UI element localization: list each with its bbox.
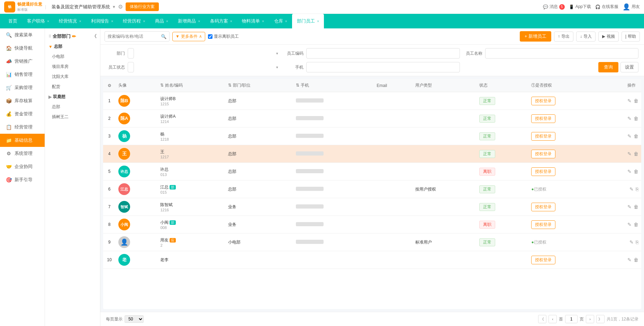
first-page-btn[interactable]: 《 <box>538 315 546 323</box>
sidebar-item-finance[interactable]: 💰 资金管理 <box>0 107 45 121</box>
col-settings[interactable]: ⚙ <box>103 79 116 92</box>
tab-warehouse[interactable]: 仓库× <box>269 14 292 28</box>
auth-btn[interactable]: 授权登录 <box>531 220 555 229</box>
export-btn[interactable]: ↑ 导出 <box>554 32 573 42</box>
tab-barcode[interactable]: 条码方案× <box>205 14 237 28</box>
search-input[interactable] <box>108 34 160 39</box>
reset-btn[interactable]: 设置 <box>620 62 638 72</box>
prev-page-btn[interactable]: ‹ <box>548 315 557 323</box>
delete-icon[interactable]: 🗑 <box>634 169 638 174</box>
dept-item-peihuo[interactable]: 配货 <box>45 82 100 92</box>
query-btn[interactable]: 查询 <box>598 62 618 72</box>
tab-customer[interactable]: 客户联络× <box>22 14 54 28</box>
page-number-input[interactable] <box>565 315 578 323</box>
sidebar-item-collab[interactable]: 🤝 企业协同 <box>0 160 45 173</box>
auth-btn[interactable]: 授权登录 <box>531 150 555 158</box>
sidebar-item-inventory[interactable]: 📦 库存核算 <box>0 94 45 107</box>
dept-select[interactable] <box>128 48 134 59</box>
edit-icon[interactable]: ✎ <box>627 98 632 104</box>
dept-group-zongbu[interactable]: ▼ 总部 <box>45 42 100 52</box>
close-icon[interactable]: × <box>230 19 232 23</box>
tab-profit[interactable]: 利润报告× <box>86 14 118 28</box>
sidebar-item-base[interactable]: 📁 基础信息 <box>0 134 45 147</box>
status-select[interactable] <box>128 62 134 72</box>
dept-item-chashuwang[interactable]: 插树王二 <box>45 112 100 122</box>
delete-icon[interactable]: 🗑 <box>634 257 638 263</box>
delete-icon[interactable]: 🗑 <box>634 222 638 227</box>
auth-btn[interactable]: 授权登录 <box>531 203 555 211</box>
sidebar-item-guide[interactable]: 🎯 新手引导 <box>0 173 45 186</box>
dept-group-shuanglu[interactable]: ▶ 双鹿想 <box>45 92 100 102</box>
search-icon[interactable]: 🔍 <box>161 34 166 39</box>
auth-btn[interactable]: 授权登录 <box>531 114 555 123</box>
emp-code-input[interactable] <box>306 48 460 59</box>
close-icon[interactable]: × <box>262 19 264 23</box>
tab-operation[interactable]: 经营情况× <box>54 14 86 28</box>
close-icon[interactable]: × <box>79 19 81 23</box>
auth-btn[interactable]: 授权登录 <box>531 132 555 141</box>
auth-btn[interactable]: 授权登录 <box>531 97 555 105</box>
online-service-btn[interactable]: 🎧 在线客服 <box>595 4 618 10</box>
dropdown-icon[interactable]: ▾ <box>113 4 115 9</box>
sidebar-item-marketing[interactable]: 📣 营销推广 <box>0 55 45 68</box>
delete-icon[interactable]: 🗑 <box>634 204 638 210</box>
close-icon[interactable]: × <box>198 19 200 23</box>
import-btn[interactable]: ↓ 导入 <box>576 32 596 42</box>
sidebar-item-system[interactable]: ⚙ 系统管理 <box>0 147 45 160</box>
sidebar-item-sales[interactable]: 📊 销售管理 <box>0 68 45 81</box>
tab-new-goods[interactable]: 新增商品× <box>173 14 205 28</box>
close-icon[interactable]: × <box>317 19 319 23</box>
sidebar-item-search[interactable]: 🔍 搜索菜单 <box>0 28 45 42</box>
page-size-select[interactable]: 50 100 <box>125 315 144 323</box>
experience-btn[interactable]: 体验行业方案 <box>126 2 159 11</box>
col-name[interactable]: ⇅ 姓名/编码 <box>157 79 225 92</box>
dept-item-xiaodian[interactable]: 小电部 <box>45 52 100 62</box>
view-btn[interactable]: ▶ 视频 <box>598 32 619 42</box>
sidebar-item-nav[interactable]: 🏠 快捷导航 <box>0 42 45 55</box>
tab-employee[interactable]: 部门员工× <box>292 14 324 28</box>
edit-icon[interactable]: ✎ <box>627 222 632 227</box>
message-btn[interactable]: 💬 消息 5 <box>543 4 565 10</box>
edit-icon[interactable]: ✎ <box>627 116 632 121</box>
auth-btn[interactable]: 授权登录 <box>531 167 555 176</box>
add-employee-btn[interactable]: + 新增员工 <box>520 31 551 42</box>
dept-item-project[interactable]: 项目库房 <box>45 62 100 72</box>
close-icon[interactable]: × <box>143 19 145 23</box>
tab-goods[interactable]: 商品× <box>150 14 173 28</box>
close-icon[interactable]: × <box>166 19 168 23</box>
dept-item-shenyang[interactable]: 沈阳大库 <box>45 72 100 82</box>
edit-icon[interactable]: ✎ <box>627 151 632 157</box>
col-dept[interactable]: ⇅ 部门/职位 <box>225 79 293 92</box>
show-resigned-checkbox[interactable] <box>208 34 212 39</box>
delete-icon[interactable]: 🗑 <box>634 151 638 157</box>
auth-btn[interactable]: 授权登录 <box>531 256 555 264</box>
app-download-btn[interactable]: 📱 App下载 <box>569 4 591 10</box>
edit-icon[interactable]: ✎ <box>629 186 634 192</box>
close-icon[interactable]: × <box>285 19 287 23</box>
dept-item-zongbu2[interactable]: 总部 <box>45 102 100 112</box>
copy-icon[interactable]: ⎘ <box>636 239 638 245</box>
edit-icon[interactable]: ✎ <box>627 169 632 174</box>
sidebar-item-purchase[interactable]: 🛒 采购管理 <box>0 81 45 94</box>
next-page-btn[interactable]: › <box>586 315 594 323</box>
edit-icon[interactable]: ✎ <box>627 133 632 139</box>
show-resigned-label[interactable]: 显示离职员工 <box>208 34 239 39</box>
delete-icon[interactable]: 🗑 <box>634 98 638 104</box>
help-btn[interactable]: | 帮助 <box>622 32 640 42</box>
emp-name-input[interactable] <box>485 48 638 59</box>
tab-bom[interactable]: 物料清单× <box>237 14 269 28</box>
col-phone[interactable]: ⇅ 手机 <box>293 79 374 92</box>
copy-icon[interactable]: ⎘ <box>636 186 638 192</box>
user-btn[interactable]: 👤 用友 <box>623 3 640 11</box>
settings-icon[interactable]: ⚙ <box>118 3 123 10</box>
edit-icon[interactable]: ✎ <box>627 257 632 263</box>
dept-collapse-icon[interactable]: 《 <box>92 33 97 39</box>
delete-icon[interactable]: 🗑 <box>634 133 638 139</box>
dept-edit-icon[interactable]: ✏ <box>72 34 76 39</box>
close-icon[interactable]: × <box>47 19 49 23</box>
edit-icon[interactable]: ✎ <box>629 239 634 245</box>
sidebar-item-mgmt[interactable]: 📋 经营管理 <box>0 121 45 134</box>
close-icon[interactable]: × <box>111 19 113 23</box>
tab-history[interactable]: 经营历程× <box>118 14 150 28</box>
delete-icon[interactable]: 🗑 <box>634 116 638 121</box>
